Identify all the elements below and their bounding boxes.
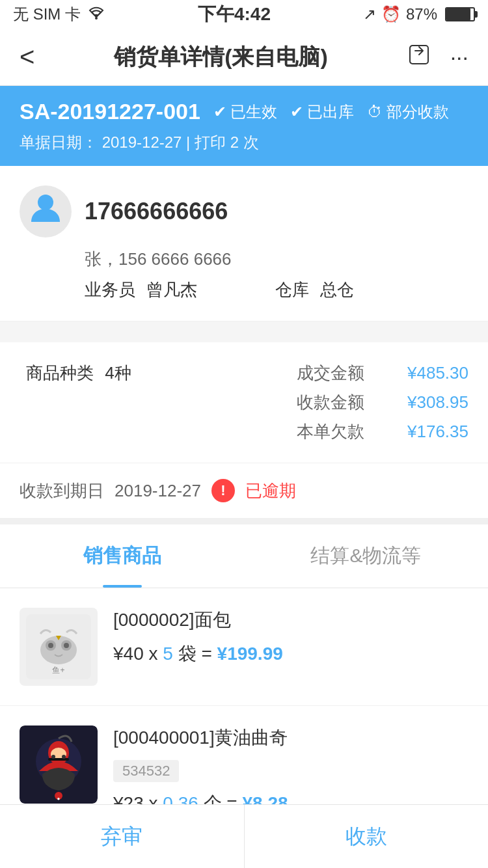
total-value-1: ¥199.99 [217, 644, 283, 664]
salesperson-label: 业务员 [85, 280, 135, 299]
order-date: 2019-12-27 [102, 133, 182, 151]
warehouse-info: 仓库 总仓 [275, 278, 354, 301]
unit-value-1: 袋 [178, 644, 197, 664]
product-list: 鱼+ [0000002]面包 ¥40 x 5 袋 = ¥199.99 [0, 588, 488, 836]
salesperson-info: 业务员 曾凡杰 [85, 278, 197, 301]
stats-right: 成交金额 ¥485.30 收款金额 ¥308.95 本单欠款 ¥176.35 [297, 362, 468, 443]
cancel-button[interactable]: 弃审 [0, 805, 245, 868]
stats-section: 商品种类 4种 成交金额 ¥485.30 收款金额 ¥308.95 本单欠款 ¥… [0, 342, 488, 463]
print-count: 2 [230, 133, 239, 151]
salesperson-value: 曾凡杰 [146, 280, 197, 299]
equals-1: = [201, 644, 217, 664]
owed-label: 本单欠款 [297, 420, 364, 443]
owed-line: 本单欠款 ¥176.35 [297, 420, 468, 443]
banner-top: SA-20191227-001 ✔ 已生效 ✔ 已出库 ⏱ 部分收款 [20, 99, 468, 124]
check-icon-2: ✔ [290, 103, 303, 121]
print-unit: 次 [243, 133, 259, 151]
header-banner: SA-20191227-001 ✔ 已生效 ✔ 已出库 ⏱ 部分收款 单据日期：… [0, 86, 488, 166]
tab-products[interactable]: 销售商品 [0, 524, 244, 588]
svg-point-0 [95, 17, 98, 20]
page-title: 销货单详情(来自电脑) [114, 42, 328, 72]
svg-point-7 [48, 643, 53, 648]
customer-row: 17666666666 [20, 185, 468, 237]
tab-settlement[interactable]: 结算&物流等 [244, 524, 488, 588]
received-amount: ¥308.95 [377, 392, 468, 413]
svg-point-16 [51, 755, 55, 759]
order-id: SA-20191227-001 [20, 99, 200, 124]
svg-text:●: ● [57, 796, 61, 802]
product-type-label: 商品种类 [26, 363, 94, 383]
customer-section: 17666666666 张，156 6666 6666 业务员 曾凡杰 仓库 总… [0, 166, 488, 321]
product-thumb-1: 鱼+ [20, 608, 98, 686]
more-icon[interactable]: ··· [450, 44, 468, 70]
customer-phone[interactable]: 17666666666 [85, 198, 228, 225]
product-info-1: [0000002]面包 ¥40 x 5 袋 = ¥199.99 [113, 608, 468, 666]
product-price-1: ¥40 x 5 袋 = ¥199.99 [113, 642, 468, 666]
product-type-item: 商品种类 4种 [20, 362, 131, 385]
transaction-amount: ¥485.30 [377, 363, 468, 383]
transaction-label: 成交金额 [297, 362, 364, 385]
customer-name-detail: 张，156 6666 6666 [85, 248, 468, 271]
status-bar-left: 无 SIM 卡 [13, 4, 105, 25]
due-section: 收款到期日 2019-12-27 ! 已逾期 [0, 463, 488, 524]
separator: | [186, 133, 195, 151]
battery-icon [445, 7, 475, 21]
overdue-icon: ! [211, 479, 235, 502]
badge-effective: ✔ 已生效 [213, 102, 277, 122]
avatar-icon [26, 188, 65, 235]
location-icon: ↗ [363, 5, 376, 23]
warehouse-label: 仓库 [275, 280, 309, 299]
badge-partial: ⏱ 部分收款 [367, 102, 449, 122]
date-label: 单据日期： [20, 133, 98, 151]
transaction-line: 成交金额 ¥485.30 [297, 362, 468, 385]
product-type-count: 4种 [105, 363, 131, 383]
wifi-icon [87, 5, 105, 23]
owed-amount: ¥176.35 [377, 422, 468, 442]
alarm-icon: ⏰ [381, 5, 401, 23]
status-bar-time: 下午4:42 [198, 2, 271, 27]
divider-1 [0, 321, 488, 332]
qty-value-1: 5 [163, 644, 173, 664]
battery-percent: 87% [406, 5, 437, 23]
check-icon-1: ✔ [213, 103, 226, 121]
product-thumb-2: ● [20, 726, 98, 804]
warehouse-value: 总仓 [320, 280, 354, 299]
badge-shipped: ✔ 已出库 [290, 102, 354, 122]
back-button[interactable]: < [20, 42, 34, 72]
received-label: 收款金额 [297, 391, 364, 414]
status-bar-right: ↗ ⏰ 87% [363, 5, 475, 23]
svg-rect-15 [48, 758, 69, 761]
clock-icon: ⏱ [367, 103, 383, 121]
avatar [20, 185, 72, 237]
product-tag-2: 534532 [113, 760, 179, 782]
due-date: 2019-12-27 [115, 481, 201, 501]
collect-button[interactable]: 收款 [245, 805, 489, 868]
product-info-2: [000400001]黄油曲奇 534532 ¥23 x 0.36 个 = ¥8… [113, 726, 468, 816]
svg-point-2 [38, 195, 53, 210]
carrier-text: 无 SIM 卡 [13, 4, 81, 25]
print-label: 打印 [195, 133, 226, 151]
svg-text:鱼+: 鱼+ [52, 666, 64, 675]
stats-row: 商品种类 4种 成交金额 ¥485.30 收款金额 ¥308.95 本单欠款 ¥… [20, 362, 468, 443]
stats-left: 商品种类 4种 [20, 362, 131, 385]
received-line: 收款金额 ¥308.95 [297, 391, 468, 414]
price-x-1: x [149, 644, 163, 664]
customer-meta: 业务员 曾凡杰 仓库 总仓 [85, 278, 468, 301]
svg-point-8 [64, 643, 69, 648]
tabs-section: 销售商品 结算&物流等 [0, 524, 488, 588]
share-icon[interactable] [407, 43, 431, 72]
price-value-1: ¥40 [113, 644, 144, 664]
due-label: 收款到期日 [20, 480, 104, 502]
product-name-2: [000400001]黄油曲奇 [113, 726, 468, 750]
bottom-bar: 弃审 收款 [0, 804, 488, 868]
nav-bar: < 销货单详情(来自电脑) ··· [0, 29, 488, 86]
product-item-1: 鱼+ [0000002]面包 ¥40 x 5 袋 = ¥199.99 [0, 588, 488, 706]
svg-point-17 [62, 755, 66, 759]
status-bar: 无 SIM 卡 下午4:42 ↗ ⏰ 87% [0, 0, 488, 29]
overdue-text: 已逾期 [245, 480, 296, 502]
product-name-1: [0000002]面包 [113, 608, 468, 632]
banner-date-info: 单据日期： 2019-12-27 | 打印 2 次 [20, 132, 468, 153]
nav-right: ··· [407, 43, 468, 72]
